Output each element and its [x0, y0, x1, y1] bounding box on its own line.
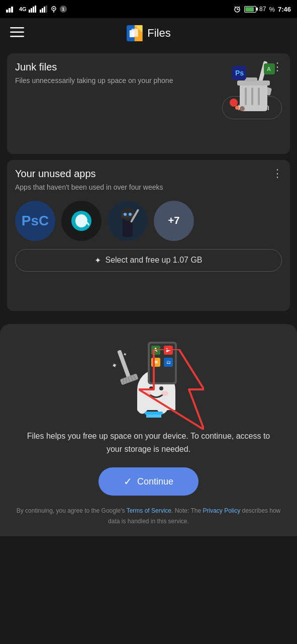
- svg-text:✦: ✦: [110, 360, 119, 370]
- svg-rect-9: [44, 7, 45, 13]
- svg-point-12: [53, 8, 54, 10]
- permission-modal: ✦ ✦: [0, 324, 297, 536]
- modal-illustration: ✦ ✦: [109, 339, 189, 420]
- device-illustration: A ▶ ✉ 🗂: [146, 342, 179, 389]
- svg-rect-5: [33, 7, 34, 13]
- svg-text:A: A: [154, 347, 157, 353]
- svg-rect-8: [42, 8, 43, 13]
- signal2-icon: [40, 6, 48, 13]
- svg-rect-32: [258, 88, 260, 105]
- svg-rect-1: [9, 8, 11, 13]
- wifi-icon: [6, 6, 17, 13]
- game-app-svg: [108, 201, 148, 241]
- battery-icon: [244, 6, 256, 13]
- svg-point-60: [144, 391, 151, 396]
- unused-card-title: Your unused apps: [15, 168, 282, 180]
- svg-point-37: [230, 99, 238, 107]
- terms-text: By continuing, you agree to the Google's…: [15, 506, 282, 526]
- time-display: 7:46: [278, 6, 291, 13]
- svg-line-18: [239, 7, 240, 8]
- app-icon-more[interactable]: +7: [154, 201, 194, 241]
- terms-middle: . Note: The: [171, 507, 203, 514]
- svg-point-38: [240, 106, 245, 111]
- select-sparkle-icon: ✦: [94, 256, 101, 265]
- unused-card-menu[interactable]: ⋮: [272, 167, 283, 180]
- junk-files-card: ⋮ Ps: [7, 53, 290, 154]
- svg-rect-4: [31, 8, 32, 13]
- app-title-group: Files: [126, 25, 170, 41]
- app-icon-game[interactable]: [108, 201, 148, 241]
- battery-percent: 87: [259, 6, 266, 13]
- svg-rect-20: [10, 32, 24, 33]
- svg-rect-29: [245, 77, 257, 82]
- svg-point-44: [124, 213, 127, 216]
- psc-label: PsC: [22, 213, 49, 229]
- files-app-logo: [126, 25, 142, 41]
- svg-rect-24: [131, 29, 138, 37]
- app-title: Files: [147, 27, 170, 40]
- privacy-policy-link[interactable]: Privacy Policy: [203, 507, 241, 514]
- svg-rect-19: [10, 27, 24, 29]
- hamburger-icon: [10, 27, 24, 37]
- terms-of-service-link[interactable]: Terms of Service: [127, 507, 171, 514]
- svg-rect-63: [145, 412, 163, 415]
- svg-text:🗂: 🗂: [166, 360, 171, 365]
- svg-line-17: [235, 7, 236, 8]
- q-app-svg: [69, 208, 94, 233]
- svg-text:✉: ✉: [154, 360, 158, 365]
- trash-svg: Ps A: [230, 58, 285, 119]
- terms-prefix: By continuing, you agree to the Google's: [17, 507, 127, 514]
- network-text: 4G: [19, 6, 27, 12]
- location-icon: [50, 6, 58, 13]
- select-button-label: Select and free up 1.07 GB: [105, 256, 202, 265]
- svg-rect-7: [40, 10, 41, 13]
- svg-text:A: A: [267, 66, 271, 72]
- notification-badge: 1: [60, 6, 67, 13]
- app-icon-q[interactable]: [61, 201, 102, 241]
- status-right-icons: 87% 7:46: [233, 6, 291, 13]
- status-left-icons: 4G 1: [6, 6, 67, 13]
- device-svg: A ▶ ✉ 🗂: [146, 342, 179, 387]
- continue-button-label: Continue: [137, 476, 173, 487]
- svg-rect-30: [245, 88, 247, 105]
- menu-button[interactable]: [10, 27, 24, 39]
- svg-rect-43: [122, 213, 134, 218]
- main-content: ⋮ Ps: [0, 48, 297, 322]
- svg-rect-0: [6, 10, 8, 13]
- alarm-icon: [233, 6, 241, 13]
- svg-rect-3: [29, 10, 30, 13]
- status-bar: 4G 1 87% 7:46: [0, 0, 297, 18]
- svg-point-39: [235, 106, 239, 110]
- svg-rect-21: [10, 36, 24, 37]
- svg-rect-31: [251, 88, 253, 105]
- signal-icon: [29, 6, 38, 13]
- app-bar: Files: [0, 18, 297, 48]
- app-icons-row: PsC: [15, 201, 282, 241]
- svg-text:▶: ▶: [166, 347, 171, 353]
- svg-rect-10: [46, 6, 47, 13]
- junk-illustration: Ps A: [230, 58, 280, 114]
- svg-text:Ps: Ps: [235, 69, 244, 77]
- svg-point-61: [161, 391, 168, 396]
- svg-rect-6: [35, 6, 36, 13]
- app-icon-psc[interactable]: PsC: [15, 201, 55, 241]
- svg-point-45: [129, 213, 132, 216]
- svg-rect-2: [11, 7, 13, 13]
- junk-card-desc: Files unnecessarily taking up space on y…: [15, 76, 202, 86]
- modal-body-text: Files helps you free up space on your de…: [15, 430, 282, 455]
- unused-apps-card: ⋮ Your unused apps Apps that haven't bee…: [7, 160, 290, 311]
- more-count-label: +7: [168, 215, 180, 226]
- select-free-button[interactable]: ✦ Select and free up 1.07 GB: [15, 249, 282, 272]
- check-icon: ✓: [124, 475, 132, 488]
- unused-card-desc: Apps that haven't been used in over four…: [15, 183, 202, 193]
- continue-button[interactable]: ✓ Continue: [98, 467, 199, 496]
